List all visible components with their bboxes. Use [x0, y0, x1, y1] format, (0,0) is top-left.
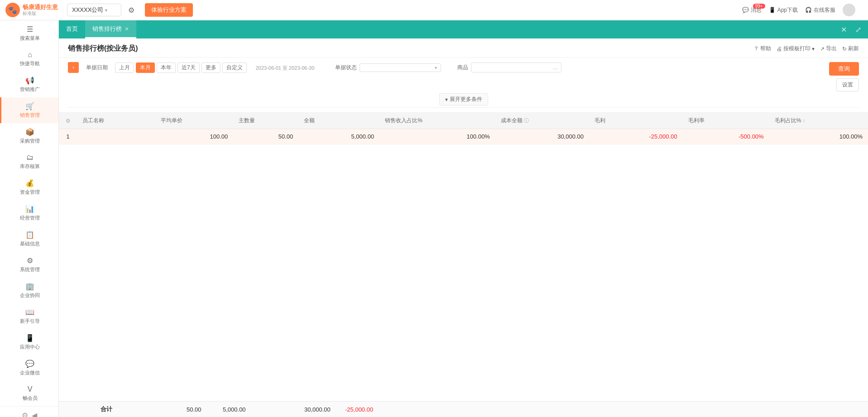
settings-bottom-icon[interactable]: ⚙ [22, 411, 28, 417]
help-label: 帮助 [760, 45, 771, 53]
sidebar-label-inventory: 库存核算 [20, 163, 40, 170]
logo: 🐾 畅康通好生意 标准版 [5, 3, 58, 17]
sidebar-item-guide[interactable]: 📖 新手引导 [0, 303, 58, 329]
date-btn-4[interactable]: 更多 [201, 62, 221, 73]
th-profitRate: 毛利率 [683, 113, 769, 129]
date-options: 上月本月本年近7天更多自定义 [115, 62, 247, 73]
collapse-icon[interactable]: ◀ [32, 411, 37, 417]
phone-icon: 📱 [769, 7, 776, 13]
sidebar-item-purchase[interactable]: 📦 采购管理 [0, 123, 58, 149]
filter-row-1: › 单据日期 上月本月本年近7天更多自定义 2023-06-01 至 2023-… [68, 62, 824, 73]
filter-main: › 单据日期 上月本月本年近7天更多自定义 2023-06-01 至 2023-… [68, 62, 824, 76]
sidebar-item-basic[interactable]: 📋 基础信息 [0, 226, 58, 252]
sidebar-item-quicknav[interactable]: ⌂ 快捷导航 [0, 46, 58, 72]
filter-toggle-btn[interactable]: › [68, 62, 79, 73]
date-btn-0[interactable]: 上月 [115, 62, 134, 73]
sidebar-item-wechat[interactable]: 💬 企业微信 [0, 355, 58, 381]
message-item[interactable]: 💬 消息 99+ [742, 6, 762, 14]
avatar[interactable] [843, 4, 855, 16]
page-title: 销售排行榜(按业务员) [68, 44, 138, 53]
table-body: 1100.0050.005,000.00100.00%30,000.00-25,… [59, 129, 868, 144]
sidebar-item-system[interactable]: ⚙ 系统管理 [0, 252, 58, 278]
help-icon: ？ [753, 45, 759, 53]
footer-amount: 5,000.00 [223, 406, 264, 413]
sidebar-label-finance: 资金管理 [20, 189, 40, 196]
chevron-down-icon: ▾ [105, 8, 107, 13]
template-print-link[interactable]: 🖨 按模板打印 ▾ [777, 45, 815, 53]
cell-rank: 1 [59, 129, 77, 144]
sidebar-item-search[interactable]: ☰ 搜索菜单 [0, 20, 58, 46]
sort-icon[interactable]: ↕ [803, 118, 805, 123]
date-range: 2023-06-01 至 2023-06-30 [256, 65, 315, 72]
sidebar-icon-enterprise: 🏢 [25, 282, 34, 291]
logo-sub: 标准版 [23, 11, 58, 16]
maximize-icon[interactable]: ⤢ [852, 23, 864, 36]
online-service-item[interactable]: 🎧 在线客服 [805, 6, 835, 14]
sidebar-label-apps: 应用中心 [20, 344, 40, 350]
sidebar-item-finance[interactable]: 💰 资金管理 [0, 174, 58, 200]
table-settings-icon[interactable]: ⚙ [66, 118, 71, 124]
tab-home[interactable]: 首页 [59, 20, 85, 38]
sidebar-item-marketing[interactable]: 📢 营销推广 [0, 72, 58, 97]
query-button[interactable]: 查询 [829, 62, 859, 76]
expand-button[interactable]: ▾ 展开更多条件 [439, 93, 488, 105]
sidebar-label-enterprise: 企业协同 [20, 292, 40, 299]
print-icon: 🖨 [777, 46, 782, 52]
footer-profit: -25,000.00 [345, 406, 386, 413]
sidebar-item-sales[interactable]: 🛒 销售管理 [0, 97, 58, 123]
th-settings[interactable]: ⚙ [59, 113, 77, 129]
chevron-down-expand-icon: ▾ [445, 96, 448, 103]
status-select[interactable]: ▾ [360, 63, 441, 72]
sidebar-icon-guide: 📖 [25, 308, 34, 316]
sidebar-label-quicknav: 快捷导航 [20, 60, 40, 67]
sidebar-icon-member: V [28, 385, 33, 393]
headset-icon: 🎧 [805, 7, 812, 13]
date-btn-3[interactable]: 近7天 [177, 62, 200, 73]
sidebar-item-inventory[interactable]: 🗂 库存核算 [0, 149, 58, 174]
date-btn-1[interactable]: 本月 [136, 62, 155, 73]
tab-salesrank[interactable]: 销售排行榜✕ [85, 20, 136, 38]
help-link[interactable]: ？ 帮助 [753, 45, 771, 53]
export-link[interactable]: ↗ 导出 [820, 45, 837, 53]
company-selector[interactable]: XXXXX公司 ▾ [67, 4, 121, 16]
tab-close-salesrank[interactable]: ✕ [125, 26, 129, 32]
sidebar-icon-marketing: 📢 [25, 76, 34, 85]
gear-icon[interactable]: ⚙ [125, 4, 138, 16]
footer-cost: 30,000.00 [304, 406, 345, 413]
sidebar-item-apps[interactable]: 📱 应用中心 [0, 329, 58, 355]
app-download-item[interactable]: 📱 App下载 [769, 6, 798, 14]
refresh-icon: ↻ [842, 46, 847, 52]
th-mainQty: 主数量 [233, 113, 298, 129]
logo-title: 畅康通好生意 [23, 4, 58, 11]
cell-costamount: 30,000.00 [495, 129, 589, 144]
goods-more-icon[interactable]: ... [553, 64, 557, 71]
sidebar-label-purchase: 采购管理 [20, 138, 40, 144]
template-print-label: 按模板打印 [783, 45, 810, 53]
tab-label-salesrank: 销售排行榜 [92, 25, 122, 33]
goods-input[interactable]: ... [471, 62, 561, 72]
table-wrapper: ⚙员工名称平均单价主数量全额销售收入占比%成本全额 ⓘ毛利毛利率毛利占比% ↕ … [59, 113, 868, 401]
cell-profitrate: -500.00% [683, 129, 769, 144]
tab-bar: 首页销售排行榜✕ ✕ ⤢ [59, 20, 868, 38]
date-btn-2[interactable]: 本年 [157, 62, 176, 73]
th-profit: 毛利 [589, 113, 683, 129]
tab-label-home: 首页 [66, 25, 78, 33]
sidebar-label-basic: 基础信息 [20, 240, 40, 247]
th-avgPrice: 平均单价 [155, 113, 234, 129]
filter-top-row: › 单据日期 上月本月本年近7天更多自定义 2023-06-01 至 2023-… [68, 62, 859, 91]
sidebar-icon-purchase: 📦 [25, 128, 34, 136]
trial-button[interactable]: 体验行业方案 [145, 3, 193, 17]
close-tab-icon[interactable]: ✕ [837, 23, 850, 36]
info-icon[interactable]: ⓘ [524, 118, 529, 123]
cell-profit: -25,000.00 [589, 129, 683, 144]
status-label: 单据状态 [335, 64, 357, 72]
sidebar-item-operations[interactable]: 📊 经营管理 [0, 200, 58, 226]
settings-button[interactable]: 设置 [836, 78, 859, 91]
sidebar-item-enterprise[interactable]: 🏢 企业协同 [0, 278, 58, 303]
cell-amount: 5,000.00 [298, 129, 379, 144]
th-costAmount: 成本全额 ⓘ [495, 113, 589, 129]
sidebar-label-member: 畅会员 [23, 395, 38, 402]
refresh-link[interactable]: ↻ 刷新 [842, 45, 859, 53]
date-btn-5[interactable]: 自定义 [222, 62, 247, 73]
sidebar-item-member[interactable]: V 畅会员 [0, 381, 58, 406]
